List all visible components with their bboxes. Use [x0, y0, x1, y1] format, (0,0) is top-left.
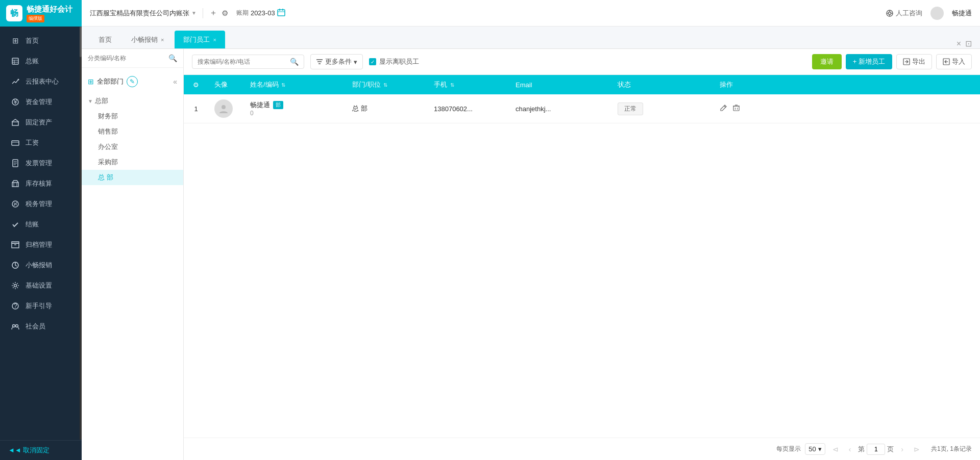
col-avatar-label: 头像 — [214, 81, 228, 88]
svg-point-46 — [222, 105, 226, 109]
page-input-area: 第 页 — [858, 444, 894, 455]
next-page-button[interactable]: › — [898, 444, 906, 454]
employee-search-input[interactable] — [198, 58, 290, 65]
sidebar-item-checkout[interactable]: 结账 — [0, 214, 82, 235]
per-page-value: 50 — [808, 445, 816, 453]
tab-dept-close[interactable]: × — [213, 37, 216, 43]
svg-rect-14 — [12, 183, 18, 187]
tab-expand-button[interactable]: ⊡ — [965, 39, 972, 48]
all-depts-item[interactable]: ⊞ 全部部门 ✎ « — [82, 72, 183, 91]
sidebar-item-tax[interactable]: 税务管理 — [0, 194, 82, 214]
topbar: 江西服宝精品有限责任公司内账张 ▼ ＋ ⚙ 账期 2023-03 人工咨询 畅捷… — [82, 0, 980, 27]
logo-badge: 编撰版 — [27, 15, 44, 22]
topbar-settings-button[interactable]: ⚙ — [222, 9, 228, 18]
sidebar-item-capital[interactable]: ¥ 资金管理 — [0, 92, 82, 112]
dept-search-input[interactable] — [88, 55, 168, 62]
dept-expand-arrow: ▼ — [88, 98, 93, 104]
col-status-label: 状态 — [618, 81, 631, 88]
svg-rect-7 — [12, 122, 18, 125]
sidebar-item-archive[interactable]: 归档管理 — [0, 235, 82, 255]
dept-search-icon[interactable]: 🔍 — [168, 54, 177, 62]
dept-edit-button[interactable]: ✎ — [127, 76, 138, 87]
col-name-label: 姓名/编码 — [250, 81, 279, 88]
dept-headquarters[interactable]: ▼ 总部 — [82, 93, 183, 109]
dept-search-box: 🔍 — [82, 49, 183, 68]
svg-rect-48 — [733, 106, 739, 111]
name-cell: 畅捷通 部 — [250, 100, 340, 110]
dept-sales[interactable]: 销售部 — [82, 124, 183, 139]
tab-dept-label: 部门员工 — [183, 35, 210, 44]
dept-collapse-button[interactable]: « — [173, 78, 177, 86]
col-gear[interactable]: ⚙ — [184, 75, 208, 94]
tab-dept-employee[interactable]: 部门员工 × — [175, 31, 225, 48]
svg-point-20 — [16, 205, 17, 206]
col-mobile[interactable]: 手机 ⇅ — [428, 75, 509, 94]
per-page-select[interactable]: 50 ▾ — [805, 443, 825, 455]
more-filter-button[interactable]: 更多条件 ▾ — [310, 54, 363, 69]
first-page-button[interactable]: ⊲ — [829, 444, 842, 454]
tab-xiaochang-expense[interactable]: 小畅报销 × — [122, 31, 173, 48]
company-name: 江西服宝精品有限责任公司内账张 — [90, 9, 189, 18]
show-resigned-toggle[interactable]: ✓ 显示离职员工 — [369, 57, 419, 66]
toolbar-right-actions: 邀请 + 新增员工 导出 导入 — [812, 54, 972, 69]
sidebar-item-inventory[interactable]: 库存核算 — [0, 173, 82, 194]
basic-icon — [10, 280, 20, 291]
prev-page-button[interactable]: ‹ — [846, 444, 854, 454]
sidebar-item-assets[interactable]: 固定资产 — [0, 112, 82, 133]
sidebar-item-more[interactable]: 社会员 — [0, 316, 82, 337]
sidebar-unpin-button[interactable]: ◄◄ 取消固定 — [0, 440, 82, 460]
dept-office[interactable]: 办公室 — [82, 139, 183, 155]
more-filter-arrow: ▾ — [354, 58, 357, 66]
row-dept: 总 部 — [346, 94, 428, 123]
page-input[interactable] — [867, 444, 885, 455]
sidebar-item-home[interactable]: ⊞ 首页 — [0, 31, 82, 51]
dept-procurement[interactable]: 采购部 — [82, 155, 183, 170]
export-label: 导出 — [912, 57, 925, 66]
invite-button[interactable]: 邀请 — [812, 54, 842, 69]
tab-home[interactable]: 首页 — [90, 31, 120, 48]
row-email: chanjethkj... — [509, 94, 611, 123]
tab-xiaochang-close[interactable]: × — [161, 37, 164, 43]
period-calendar-icon[interactable] — [277, 8, 285, 18]
show-resigned-checkbox[interactable]: ✓ — [369, 58, 376, 65]
company-selector[interactable]: 江西服宝精品有限责任公司内账张 ▼ — [90, 9, 197, 18]
tab-close-button[interactable]: × — [957, 39, 961, 48]
capital-icon: ¥ — [10, 97, 20, 107]
add-employee-button[interactable]: + 新增员工 — [846, 54, 892, 69]
sidebar-item-ledger[interactable]: 总账 — [0, 51, 82, 71]
add-tab-button[interactable]: ＋ — [209, 8, 217, 18]
row-name-code: 畅捷通 部 0 — [244, 94, 346, 123]
edit-button[interactable] — [720, 104, 727, 113]
dept-general[interactable]: 总 部 — [82, 170, 183, 185]
last-page-button[interactable]: ⊳ — [911, 444, 923, 454]
svg-line-47 — [724, 106, 726, 108]
more-filter-label: 更多条件 — [325, 57, 352, 66]
all-depts-label: 全部部门 — [97, 77, 124, 86]
sidebar-item-reports[interactable]: 云报表中心 — [0, 71, 82, 92]
col-action-label: 操作 — [720, 81, 733, 88]
dept-finance[interactable]: 财务部 — [82, 109, 183, 124]
avatar — [214, 99, 233, 118]
export-button[interactable]: 导出 — [896, 54, 932, 69]
sidebar-logo: 畅 畅捷通好会计 编撰版 — [0, 0, 82, 27]
sidebar-item-guide[interactable]: ? 新手引导 — [0, 296, 82, 316]
dept-headquarters-label: 总部 — [95, 96, 108, 106]
svg-text:¥: ¥ — [13, 98, 17, 106]
delete-button[interactable] — [732, 104, 740, 113]
import-button[interactable]: 导入 — [936, 54, 972, 69]
support-button[interactable]: 人工咨询 — [886, 9, 922, 18]
checkout-icon — [10, 219, 20, 229]
page-suffix: 页 — [887, 445, 894, 454]
svg-rect-22 — [12, 242, 19, 243]
sidebar-item-salary[interactable]: 工资 — [0, 133, 82, 153]
employee-search-icon[interactable]: 🔍 — [290, 58, 299, 66]
sidebar-scrollbar — [80, 27, 82, 440]
sidebar-item-basic[interactable]: 基础设置 — [0, 275, 82, 296]
col-name-code[interactable]: 姓名/编码 ⇅ — [244, 75, 346, 94]
sidebar-item-xiaochang[interactable]: 小畅报销 — [0, 255, 82, 275]
company-dropdown-arrow: ▼ — [191, 10, 197, 16]
sidebar-item-invoice[interactable]: 发票管理 — [0, 153, 82, 173]
tab-xiaochang-label: 小畅报销 — [131, 35, 158, 44]
col-dept[interactable]: 部门/职位 ⇅ — [346, 75, 428, 94]
employee-table-wrap: ⚙ 头像 姓名/编码 ⇅ 部门/职位 ⇅ — [184, 75, 980, 438]
